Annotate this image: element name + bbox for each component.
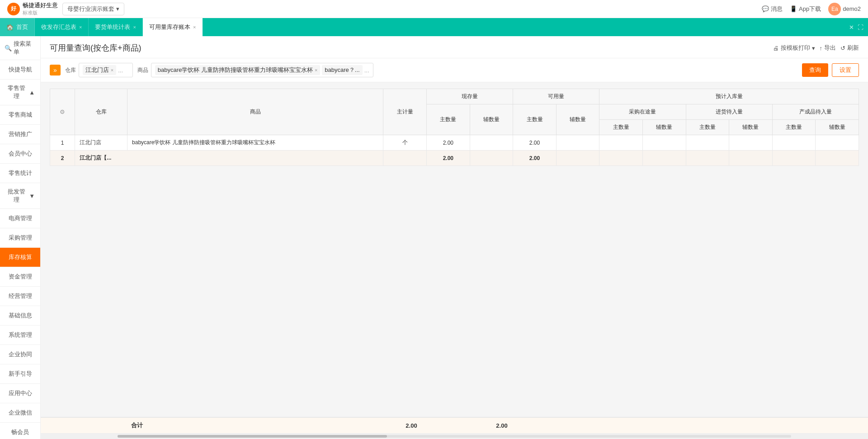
cell-purchase-aux [642,135,686,151]
filter-expand-button[interactable]: » [50,65,61,76]
close-tabs-icon[interactable]: ✕ [849,24,854,31]
tab-available-stock[interactable]: 可用量库存账本 × [143,18,203,36]
sidebar-item-finance[interactable]: 资金管理 [0,267,40,287]
refresh-button[interactable]: ↺ 刷新 [840,44,859,52]
th-unit: 主计量 [383,89,427,135]
tab-available-stock-close[interactable]: × [193,24,196,30]
th-product: 商品 [127,89,383,135]
table-area: ⚙ 仓库 商品 主计量 现存量 可用量 预计入库量 主数量 辅数量 主数量 辅数… [41,82,868,417]
th-purchase-aux: 辅数量 [642,120,686,135]
sidebar-item-retail-mall[interactable]: 零售商城 [0,105,40,125]
print-chevron: ▾ [812,45,815,52]
sidebar-item-guide[interactable]: 新手引导 [0,364,40,384]
sidebar-item-operations[interactable]: 经营管理 [0,287,40,306]
page-header: 可用量查询(按仓库+商品) 🖨 按模板打印 ▾ ↑ 导出 ↺ 刷新 [41,36,868,58]
subtotal-index: 2 [50,151,75,166]
cell-stock-main: 2.00 [427,135,470,151]
sidebar-ecommerce-label: 电商管理 [9,214,32,222]
logo-icon: 好 [7,3,20,15]
sidebar-wholesale-label: 批发管理 [5,188,27,204]
scroll-bar-thumb[interactable] [118,435,387,438]
warehouse-filter-label: 仓库 [65,66,76,74]
sidebar-basic-info-label: 基础信息 [9,312,32,320]
sidebar-purchase-label: 采购管理 [9,234,32,242]
warehouse-filter-input[interactable]: 江北门店 × ... [79,63,133,77]
th-available-group: 可用量 [513,89,599,104]
tab-order-stat[interactable]: 要货单统计表 × [89,18,142,36]
export-button[interactable]: ↑ 导出 [820,44,836,52]
sidebar-item-retail-mgmt[interactable]: 零售管理 ▲ [0,80,40,105]
tab-home[interactable]: 🏠 首页 [0,18,35,36]
sidebar-item-app-center[interactable]: 应用中心 [0,384,40,403]
search-icon: 🔍 [5,45,12,52]
th-stock-main: 主数量 [427,104,470,135]
message-button[interactable]: 💬 消息 [762,5,783,13]
subtotal-product-main [772,151,816,166]
tab-summary[interactable]: 收发存汇总表 × [35,18,89,36]
product-more[interactable]: ... [364,67,369,74]
sidebar-item-vip[interactable]: 畅会员 [0,423,40,439]
th-product-aux: 辅数量 [816,120,859,135]
user-area[interactable]: Ea demo2 [828,3,861,15]
page-header-actions: 🖨 按模板打印 ▾ ↑ 导出 ↺ 刷新 [773,44,859,52]
app-download-button[interactable]: 📱 App下载 [790,5,821,13]
sidebar-item-quick-nav[interactable]: 快捷导航 [0,60,40,80]
sidebar-item-enterprise[interactable]: 企业协同 [0,345,40,364]
refresh-label: 刷新 [847,44,859,52]
search-label: 搜索菜单 [14,40,36,56]
chevron-down-icon: ▾ [116,5,119,12]
th-inbound-main: 主数量 [686,120,729,135]
sidebar-item-basic-info[interactable]: 基础信息 [0,306,40,326]
th-inbound-group: 进货待入量 [686,104,772,120]
message-icon: 💬 [762,5,769,12]
print-label: 按模板打印 [781,44,810,52]
query-button[interactable]: 查询 [802,63,828,77]
subtotal-stock-aux [470,151,513,166]
sidebar-item-retail-stats[interactable]: 零售统计 [0,164,40,183]
content-area: 可用量查询(按仓库+商品) 🖨 按模板打印 ▾ ↑ 导出 ↺ 刷新 » [41,36,868,439]
sidebar-item-marketing[interactable]: 营销推广 [0,125,40,144]
warehouse-tag-remove[interactable]: × [111,67,113,73]
scroll-bar-track[interactable] [118,435,791,438]
expand-icon[interactable]: ⛶ [858,24,863,31]
cell-purchase-main [599,135,643,151]
sidebar-operations-label: 经营管理 [9,292,32,300]
tab-order-stat-close[interactable]: × [133,24,136,30]
cell-product: babycare学饮杯 儿童防摔防撞吸管杯重力球吸嘴杯宝宝水杯 [127,135,383,151]
sidebar-item-system[interactable]: 系统管理 [0,326,40,345]
th-purchase-main: 主数量 [599,120,643,135]
sidebar-item-purchase[interactable]: 采购管理 [0,228,40,248]
industry-selector[interactable]: 母婴行业演示账套 ▾ [62,3,124,15]
product-filter-group: 商品 babycare学饮杯 儿童防摔防撞吸管杯重力球吸嘴杯宝宝水杯 × bab… [137,63,373,77]
print-button[interactable]: 🖨 按模板打印 ▾ [773,44,815,52]
cell-index: 1 [50,135,75,151]
sidebar-item-ecommerce[interactable]: 电商管理 [0,209,40,228]
footer-stock-aux [434,422,479,429]
th-product-group: 产成品待入量 [772,104,859,120]
th-forecast-group: 预计入库量 [599,89,859,104]
settings-icon[interactable]: ⚙ [60,109,65,115]
sidebar-inventory-label: 库存核算 [9,253,32,261]
warehouse-more[interactable]: ... [118,67,123,74]
product-tag-2: babycare？... [322,65,362,75]
sidebar-item-wholesale[interactable]: 批发管理 ▼ [0,183,40,209]
subtotal-inbound-main [686,151,729,166]
sidebar-retail-mall-label: 零售商城 [9,111,32,119]
sidebar-item-member[interactable]: 会员中心 [0,144,40,164]
nav-tab-icons: ✕ ⛶ [849,24,863,31]
subtotal-inbound-aux [729,151,773,166]
sidebar-item-wechat[interactable]: 企业微信 [0,403,40,423]
product-tag-1-remove[interactable]: × [315,67,317,73]
cell-warehouse: 江北门店 [75,135,127,151]
setting-button[interactable]: 设置 [832,63,859,77]
product-filter-input[interactable]: babycare学饮杯 儿童防摔防撞吸管杯重力球吸嘴杯宝宝水杯 × babyca… [151,63,373,77]
table-footer: 合计 2.00 2.00 [41,417,868,434]
tab-summary-close[interactable]: × [79,24,82,30]
sidebar-item-inventory[interactable]: 库存核算 [0,248,40,267]
footer-inbound-main [660,422,705,429]
sidebar-app-center-label: 应用中心 [9,389,32,397]
sidebar-quick-nav-label: 快捷导航 [9,66,32,74]
sidebar-search[interactable]: 🔍 搜索菜单 [0,36,40,60]
th-settings[interactable]: ⚙ [50,89,75,135]
cell-unit: 个 [383,135,427,151]
